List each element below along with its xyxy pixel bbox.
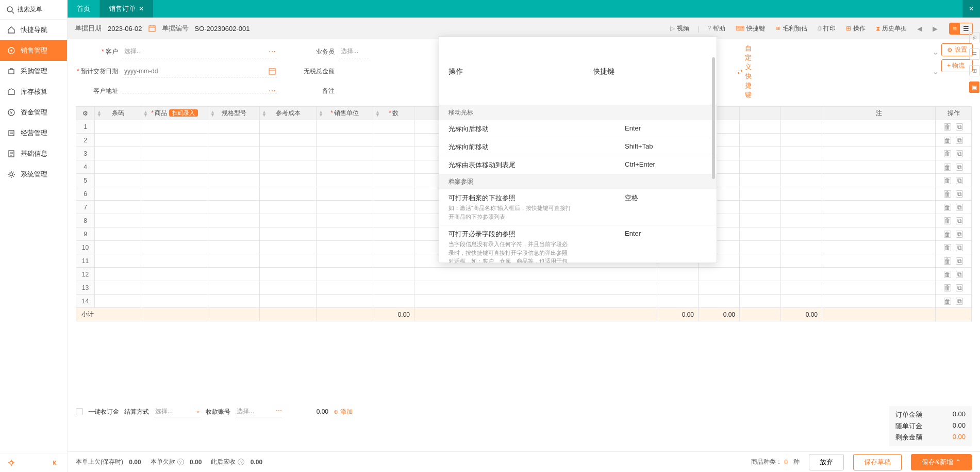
- history-button[interactable]: ⧗历史单据: [874, 24, 909, 33]
- delete-row-icon[interactable]: 🗑: [944, 217, 951, 224]
- delete-row-icon[interactable]: 🗑: [944, 271, 951, 278]
- sidebar-item-purchase[interactable]: 采购管理: [0, 61, 67, 82]
- table-row[interactable]: 12 🗑 ⧉: [76, 268, 972, 281]
- delete-row-icon[interactable]: 🗑: [944, 257, 951, 265]
- sort-icon[interactable]: ▲▼: [210, 110, 215, 117]
- deposit-checkbox[interactable]: [76, 408, 83, 415]
- table-row[interactable]: 13 🗑 ⧉: [76, 281, 972, 295]
- rail-item-1[interactable]: ⎘: [969, 32, 979, 43]
- account-select[interactable]: 选择...⋯: [236, 406, 282, 417]
- delete-row-icon[interactable]: 🗑: [944, 284, 951, 291]
- rail-item-4[interactable]: ▣: [969, 82, 979, 93]
- popover-scrollbar[interactable]: [711, 57, 716, 261]
- delete-row-icon[interactable]: 🗑: [944, 137, 951, 144]
- delete-row-icon[interactable]: 🗑: [944, 123, 951, 131]
- copy-row-icon[interactable]: ⧉: [956, 204, 963, 211]
- sidebar-item-funds[interactable]: ¥ 资金管理: [0, 102, 67, 123]
- sort-icon[interactable]: ▲▼: [143, 110, 148, 117]
- sidebar-item-sales[interactable]: 销售管理: [0, 40, 67, 61]
- info-icon[interactable]: ?: [238, 459, 244, 465]
- col-remark2[interactable]: 注: [822, 107, 936, 120]
- col-unit[interactable]: ▲▼*销售单位: [317, 107, 373, 120]
- prev-doc[interactable]: ◀: [915, 25, 924, 32]
- settings-icon[interactable]: [7, 459, 15, 467]
- copy-row-icon[interactable]: ⧉: [956, 123, 963, 131]
- doc-date-value[interactable]: 2023-06-02: [108, 25, 142, 32]
- settle-select[interactable]: 选择...⌄: [154, 406, 201, 417]
- copy-row-icon[interactable]: ⧉: [956, 231, 963, 238]
- customize-shortcut-link[interactable]: ⇄自定义快捷键: [737, 44, 752, 100]
- delete-row-icon[interactable]: 🗑: [944, 231, 951, 238]
- copy-row-icon[interactable]: ⧉: [956, 217, 963, 224]
- profit-button[interactable]: ≋毛利预估: [773, 24, 809, 33]
- next-doc[interactable]: ▶: [931, 25, 940, 32]
- add-account-link[interactable]: ⊕ 添加: [334, 408, 353, 416]
- discard-button[interactable]: 放弃: [809, 454, 844, 470]
- view-detail[interactable]: ≡: [950, 23, 960, 34]
- col-qty[interactable]: ▲▼*数: [373, 107, 414, 120]
- video-button[interactable]: ▷视频: [668, 24, 691, 33]
- customer-input[interactable]: 选择...⋯: [122, 45, 277, 58]
- sidebar-search[interactable]: 搜索菜单: [0, 0, 67, 20]
- rail-item-3[interactable]: ⊞: [969, 65, 979, 76]
- copy-row-icon[interactable]: ⧉: [956, 137, 963, 144]
- tab-home[interactable]: 首页: [68, 0, 99, 18]
- col-product[interactable]: ▲▼*商品扫码录入: [141, 107, 208, 120]
- copy-row-icon[interactable]: ⧉: [956, 271, 963, 278]
- delete-row-icon[interactable]: 🗑: [944, 244, 951, 251]
- delete-row-icon[interactable]: 🗑: [944, 150, 951, 157]
- sort-icon[interactable]: ▲▼: [319, 110, 323, 117]
- col-spec[interactable]: ▲▼规格型号: [208, 107, 260, 120]
- copy-row-icon[interactable]: ⧉: [956, 177, 963, 184]
- sidebar-item-business[interactable]: 经营管理: [0, 123, 67, 143]
- col-barcode[interactable]: ▲▼条码: [95, 107, 141, 120]
- print-button[interactable]: ⎙打印: [816, 24, 838, 33]
- remark-input[interactable]: [339, 89, 359, 93]
- save-draft-button[interactable]: 保存草稿: [853, 454, 902, 470]
- delete-row-icon[interactable]: 🗑: [944, 177, 951, 184]
- scrollbar-thumb[interactable]: [712, 57, 715, 179]
- sidebar-item-inventory[interactable]: 库存核算: [0, 82, 67, 102]
- shortcut-button[interactable]: ⌨快捷键: [734, 24, 767, 33]
- copy-row-icon[interactable]: ⧉: [956, 190, 963, 198]
- copy-row-icon[interactable]: ⧉: [956, 164, 963, 171]
- operate-button[interactable]: ⊞操作: [844, 24, 868, 33]
- save-new-button[interactable]: 保存&新增⌃: [911, 454, 972, 470]
- sort-icon[interactable]: ▲▼: [97, 110, 102, 117]
- delete-row-icon[interactable]: 🗑: [944, 190, 951, 198]
- logistics-button[interactable]: + 物流: [941, 59, 973, 72]
- calendar-icon[interactable]: [269, 68, 276, 75]
- close-all-tabs[interactable]: ✕: [962, 0, 980, 18]
- col-refcost[interactable]: ▲▼参考成本: [260, 107, 317, 120]
- sidebar-item-baseinfo[interactable]: 基础信息: [0, 143, 67, 164]
- sort-icon[interactable]: ▲▼: [375, 110, 380, 117]
- sidebar-item-system[interactable]: 系统管理: [0, 164, 67, 185]
- close-icon[interactable]: ✕: [139, 5, 144, 12]
- rail-item-2[interactable]: ☰: [969, 48, 979, 60]
- delete-row-icon[interactable]: 🗑: [944, 298, 951, 305]
- more-icon[interactable]: ⋯: [269, 47, 276, 56]
- collapse-icon[interactable]: [52, 459, 60, 467]
- deliver-date-input[interactable]: [122, 66, 277, 77]
- settings-button[interactable]: ⚙设置: [941, 43, 973, 56]
- delete-row-icon[interactable]: 🗑: [944, 204, 951, 211]
- sort-icon[interactable]: ▲▼: [262, 110, 267, 117]
- sidebar-item-quicknav[interactable]: 快捷导航: [0, 20, 67, 40]
- chevron-down-icon[interactable]: ⌄: [932, 67, 939, 76]
- tab-sales-order[interactable]: 销售订单 ✕: [99, 0, 153, 18]
- copy-row-icon[interactable]: ⧉: [956, 244, 963, 251]
- salesman-input[interactable]: 选择...: [339, 45, 369, 58]
- scan-tag[interactable]: 扫码录入: [169, 109, 198, 117]
- copy-row-icon[interactable]: ⧉: [956, 257, 963, 265]
- help-button[interactable]: ?帮助: [706, 24, 728, 33]
- calendar-icon[interactable]: [148, 25, 156, 32]
- info-icon[interactable]: ?: [177, 459, 184, 465]
- more-icon[interactable]: ⋯: [269, 87, 276, 95]
- copy-row-icon[interactable]: ⧉: [956, 284, 963, 291]
- copy-row-icon[interactable]: ⧉: [956, 150, 963, 157]
- delete-row-icon[interactable]: 🗑: [944, 164, 951, 171]
- col-gear[interactable]: ⚙: [76, 107, 95, 120]
- copy-row-icon[interactable]: ⧉: [956, 298, 963, 305]
- chevron-down-icon[interactable]: ⌄: [932, 47, 939, 57]
- address-input[interactable]: ⋯: [122, 89, 277, 93]
